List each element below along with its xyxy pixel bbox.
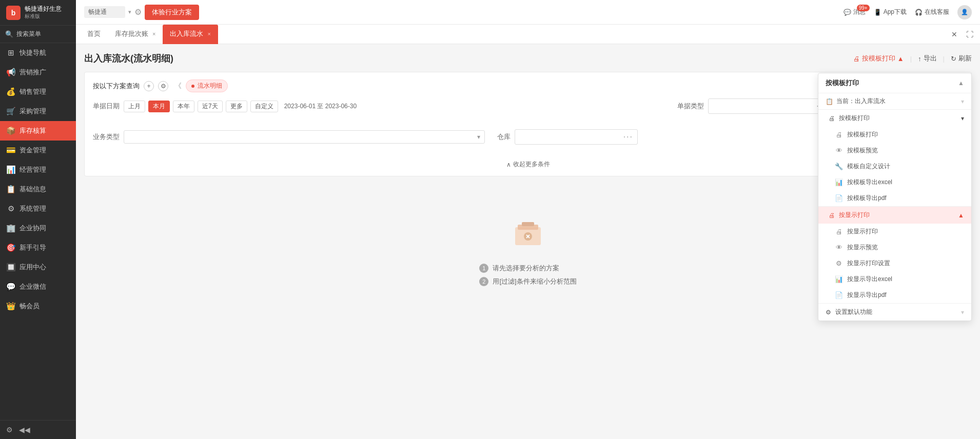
sidebar-item-sales[interactable]: 💰 销售管理 <box>0 82 76 102</box>
sidebar-item-operations[interactable]: 📊 经营管理 <box>0 160 76 179</box>
tab-batch-account[interactable]: 库存批次账 × <box>108 25 163 44</box>
tab-expand-button[interactable]: ⛶ <box>964 28 976 41</box>
basic-info-icon: 📋 <box>6 185 15 194</box>
sidebar-item-finance[interactable]: 💳 资金管理 <box>0 141 76 160</box>
print-template-button[interactable]: 🖨 按模板打印 ▲ <box>853 54 904 63</box>
customer-service-button[interactable]: 🎧 在线客服 <box>915 8 949 16</box>
warehouse-select[interactable]: ··· <box>515 129 638 145</box>
inventory-icon: 📦 <box>6 126 15 135</box>
dropdown-footer[interactable]: ⚙ 设置默认功能 ▾ <box>818 304 971 321</box>
sidebar: b 畅捷通好生意 标准版 🔍 搜索菜单 ⊞ 快捷导航 📢 营销推广 💰 销售管理… <box>0 0 76 439</box>
app-name: 畅捷通好生意 <box>25 5 62 13</box>
filter-collapse-button[interactable]: 《 <box>174 82 182 91</box>
display-print-section-header[interactable]: 🖨 按显示打印 ▲ <box>818 207 971 224</box>
dropdown-template-section: 🖨 按模板打印 ▾ 🖨 按模板打印 👁 按模板预览 🔧 <box>818 110 971 207</box>
date-btn-7days[interactable]: 近7天 <box>198 101 223 112</box>
current-template-arrow: ▾ <box>961 98 964 105</box>
display-print-item[interactable]: 🖨 按显示打印 <box>818 224 971 240</box>
date-label: 单据日期 <box>93 102 120 111</box>
export-button[interactable]: ↑ 导出 <box>918 54 937 63</box>
dropdown-up-arrow[interactable]: ▲ <box>958 79 964 87</box>
sidebar-item-app-center[interactable]: 🔲 应用中心 <box>0 257 76 277</box>
date-btn-last-month[interactable]: 上月 <box>124 101 145 112</box>
refresh-button[interactable]: ↻ 刷新 <box>951 54 972 63</box>
display-print-item-icon: 🖨 <box>835 228 843 235</box>
header-dropdown-icon[interactable]: ▾ <box>128 9 131 15</box>
date-btn-custom[interactable]: 自定义 <box>250 101 278 112</box>
sidebar-search[interactable]: 🔍 搜索菜单 <box>0 26 76 43</box>
dropdown-current-template[interactable]: 📋 当前：出入库流水 ▾ <box>818 93 971 110</box>
template-export-excel-item[interactable]: 📊 按模板导出excel <box>818 174 971 190</box>
sidebar-item-enterprise-wx[interactable]: 💬 企业微信 <box>0 277 76 296</box>
doctype-select[interactable]: ··· <box>708 98 831 114</box>
excel-icon: 📊 <box>835 178 843 186</box>
sidebar-item-enterprise[interactable]: 🏢 企业协同 <box>0 218 76 238</box>
messages-button[interactable]: 💬 消息 99+ <box>844 8 866 16</box>
tab-inout-flow[interactable]: 出入库流水 × <box>163 25 218 44</box>
template-print-item-1[interactable]: 🖨 按模板打印 <box>818 127 971 143</box>
tab-inout-flow-close[interactable]: × <box>207 31 210 37</box>
printer-item-icon: 🖨 <box>835 131 843 138</box>
template-design-item[interactable]: 🔧 模板自定义设计 <box>818 158 971 174</box>
messages-badge: 99+ <box>857 5 870 11</box>
filter-type-tag[interactable]: 流水明细 <box>186 79 228 92</box>
sidebar-item-basic-info[interactable]: 📋 基础信息 <box>0 179 76 199</box>
customer-service-label: 在线客服 <box>925 8 949 16</box>
warehouse-more-icon[interactable]: ··· <box>623 132 633 142</box>
tab-home[interactable]: 首页 <box>80 25 108 44</box>
filter-biztype-item: 业务类型 ▾ <box>93 130 485 144</box>
date-btn-more[interactable]: 更多 <box>226 101 247 112</box>
purchase-icon: 🛒 <box>6 107 15 116</box>
trial-button[interactable]: 体验行业方案 <box>145 5 199 20</box>
sidebar-item-marketing[interactable]: 📢 营销推广 <box>0 63 76 82</box>
app-download-button[interactable]: 📱 App下载 <box>874 8 907 16</box>
gear-icon: ⚙ <box>826 309 831 316</box>
display-print-settings-item[interactable]: ⚙ 按显示打印设置 <box>818 255 971 271</box>
display-printer-icon: 🖨 <box>829 212 835 219</box>
filter-settings-button[interactable]: ⚙ <box>158 81 168 91</box>
filter-add-button[interactable]: + <box>144 81 154 91</box>
print-dropdown-panel: 按模板打印 ▲ 📋 当前：出入库流水 ▾ 🖨 按模板打印 <box>818 73 972 321</box>
filter-date-buttons: 上月 本月 本年 近7天 更多 自定义 <box>124 101 278 112</box>
date-btn-this-month[interactable]: 本月 <box>148 101 170 112</box>
sidebar-item-member[interactable]: 👑 畅会员 <box>0 296 76 316</box>
footer-collapse-icon[interactable]: ◀◀ <box>19 426 30 434</box>
display-section-arrow: ▲ <box>958 212 964 219</box>
date-btn-this-year[interactable]: 本年 <box>173 101 194 112</box>
display-export-excel-item[interactable]: 📊 按显示导出excel <box>818 271 971 287</box>
tab-close-all-button[interactable]: ✕ <box>948 28 961 41</box>
sidebar-item-inventory[interactable]: 📦 库存核算 <box>0 121 76 141</box>
top-header: 畅捷通 ▾ ⚙ 体验行业方案 💬 消息 99+ 📱 App下载 🎧 在线客服 👤 <box>76 0 980 25</box>
app-edition: 标准版 <box>25 13 62 20</box>
app-center-icon: 🔲 <box>6 263 15 272</box>
design-icon: 🔧 <box>835 163 843 170</box>
quick-nav-icon: ⊞ <box>6 48 15 57</box>
display-export-pdf-label: 按显示导出pdf <box>847 291 887 300</box>
template-preview-item[interactable]: 👁 按模板预览 <box>818 143 971 158</box>
sidebar-item-label: 经营管理 <box>19 165 46 174</box>
template-export-pdf-item[interactable]: 📄 按模板导出pdf <box>818 190 971 206</box>
sidebar-item-quick-nav[interactable]: ⊞ 快捷导航 <box>0 43 76 63</box>
filter-type-label: 流水明细 <box>198 82 222 90</box>
dropdown-header: 按模板打印 ▲ <box>818 73 971 93</box>
template-print-label: 按模板打印 <box>839 114 870 123</box>
template-design-label: 模板自定义设计 <box>847 162 890 171</box>
biztype-select[interactable]: ▾ <box>124 130 485 144</box>
display-excel-icon: 📊 <box>835 275 843 283</box>
display-preview-item[interactable]: 👁 按显示预览 <box>818 240 971 255</box>
footer-settings-icon[interactable]: ⚙ <box>6 426 13 434</box>
template-print-section-header[interactable]: 🖨 按模板打印 ▾ <box>818 110 971 127</box>
template-print-items: 🖨 按模板打印 👁 按模板预览 🔧 模板自定义设计 📊 按模板导出excel <box>818 127 971 206</box>
header-settings-icon[interactable]: ⚙ <box>134 7 142 17</box>
user-avatar[interactable]: 👤 <box>957 5 972 19</box>
tab-batch-account-close[interactable]: × <box>152 31 155 37</box>
sidebar-item-system[interactable]: ⚙ 系统管理 <box>0 199 76 218</box>
eye-icon: 👁 <box>835 147 843 154</box>
member-icon: 👑 <box>6 302 15 311</box>
template-export-pdf-label: 按模板导出pdf <box>847 194 887 203</box>
sidebar-item-guide[interactable]: 🎯 新手引导 <box>0 238 76 257</box>
sidebar-item-purchase[interactable]: 🛒 采购管理 <box>0 102 76 121</box>
display-export-pdf-item[interactable]: 📄 按显示导出pdf <box>818 287 971 303</box>
sidebar-item-label: 畅会员 <box>19 302 40 311</box>
search-menu-label: 搜索菜单 <box>16 30 41 38</box>
